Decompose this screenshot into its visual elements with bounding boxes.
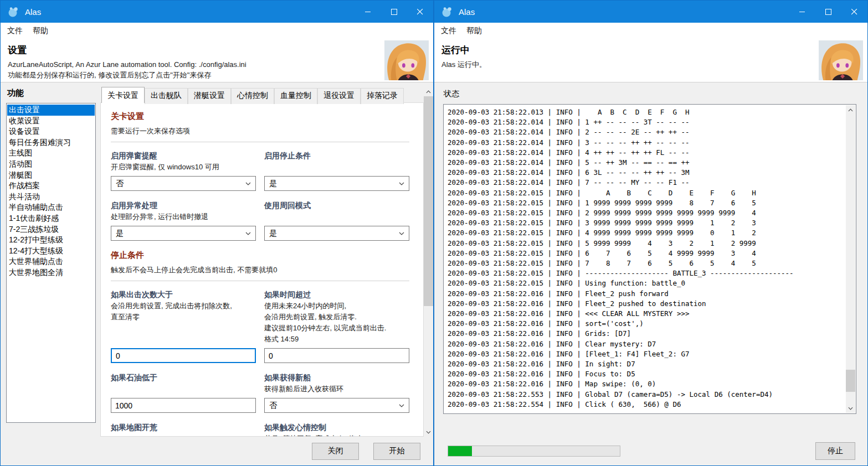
tab[interactable]: 心情控制 bbox=[231, 88, 274, 104]
minimize-button[interactable] bbox=[355, 1, 381, 23]
log-line: 2020-09-03 21:58:22.014 | INFO | 5 -- ++… bbox=[448, 158, 845, 168]
maximize-icon bbox=[391, 9, 397, 15]
start-button[interactable]: 开始 bbox=[373, 443, 420, 460]
menu-item[interactable]: 文件 bbox=[2, 24, 28, 38]
dropdown-value: 是 bbox=[269, 179, 277, 189]
text-input[interactable] bbox=[111, 398, 256, 413]
text-input[interactable] bbox=[111, 348, 256, 363]
sidebar-item[interactable]: 7-2三战拣垃圾 bbox=[7, 224, 95, 235]
titlebar[interactable]: Alas bbox=[434, 1, 867, 23]
sidebar-item[interactable]: 主线图 bbox=[7, 148, 95, 159]
sidebar-item[interactable]: 活动图 bbox=[7, 159, 95, 170]
log-line: 2020-09-03 21:58:22.016 | INFO | sort=('… bbox=[448, 319, 845, 329]
sidebar-item[interactable]: 收菜设置 bbox=[7, 116, 95, 127]
titlebar[interactable]: Alas bbox=[1, 1, 433, 23]
minimize-button[interactable] bbox=[789, 1, 815, 23]
sidebar-item[interactable]: 12-4打大型练级 bbox=[7, 246, 95, 257]
tab[interactable]: 潜艇设置 bbox=[188, 88, 231, 104]
menu-item[interactable]: 帮助 bbox=[28, 24, 53, 38]
sidebar-item[interactable]: 大世界辅助点击 bbox=[7, 256, 95, 267]
form-field: 如果石油低于 bbox=[111, 372, 256, 413]
dropdown[interactable]: 否 bbox=[111, 176, 256, 191]
scrollbar-thumb[interactable] bbox=[846, 370, 855, 392]
sidebar-item[interactable]: 设备设置 bbox=[7, 126, 95, 137]
close-app-button[interactable]: 关闭 bbox=[312, 443, 359, 460]
chevron-down-icon bbox=[245, 232, 251, 235]
log-line: 2020-09-03 21:58:22.016 | INFO | [Fleet_… bbox=[448, 349, 845, 359]
dropdown-value: 是 bbox=[116, 229, 124, 239]
field-description: 开启弹窗提醒, 仅 windows10 可用 bbox=[111, 162, 256, 173]
scroll-down-icon[interactable] bbox=[424, 427, 433, 437]
sidebar-item[interactable]: 半自动辅助点击 bbox=[7, 202, 95, 213]
menu-item[interactable]: 帮助 bbox=[461, 24, 487, 38]
scroll-down-icon[interactable] bbox=[846, 403, 855, 413]
tab[interactable]: 掉落记录 bbox=[361, 88, 404, 104]
tab[interactable]: 退役设置 bbox=[317, 88, 361, 104]
scrollbar-thumb[interactable] bbox=[424, 96, 433, 306]
log-line: 2020-09-03 21:58:22.013 | INFO | A B C D… bbox=[448, 107, 845, 117]
field-label: 如果地图开荒 bbox=[111, 422, 256, 433]
app-icon bbox=[441, 6, 453, 18]
stop-button[interactable]: 停止 bbox=[815, 442, 855, 460]
close-button[interactable] bbox=[407, 1, 433, 23]
sidebar-item[interactable]: 作战档案 bbox=[7, 180, 95, 191]
maximize-button[interactable] bbox=[381, 1, 407, 23]
field-label: 使用周回模式 bbox=[264, 200, 409, 211]
dropdown[interactable]: 是 bbox=[264, 226, 409, 241]
divider bbox=[111, 281, 409, 281]
minimize-icon bbox=[799, 9, 805, 15]
tab[interactable]: 出击舰队 bbox=[145, 88, 188, 104]
sidebar-item[interactable]: 1-1伏击刷好感 bbox=[7, 213, 95, 224]
sidebar-item[interactable]: 潜艇图 bbox=[7, 170, 95, 181]
sidebar-item[interactable]: 出击设置 bbox=[7, 105, 95, 116]
close-button[interactable] bbox=[841, 1, 867, 23]
maximize-button[interactable] bbox=[815, 1, 841, 23]
form-field: 启用停止条件是 bbox=[264, 150, 409, 191]
log-line: 2020-09-03 21:58:22.014 | INFO | 3 -- --… bbox=[448, 138, 845, 148]
field-label: 启用停止条件 bbox=[264, 150, 409, 162]
log-line: 2020-09-03 21:58:22.554 | INFO | Click (… bbox=[448, 400, 845, 410]
chevron-down-icon bbox=[399, 182, 404, 185]
form-field: 使用周回模式是 bbox=[264, 200, 409, 241]
field-label: 如果出击次数大于 bbox=[111, 289, 256, 301]
content-scrollbar[interactable] bbox=[424, 87, 433, 437]
field-description: 使用未来24小时内的时间, 会沿用先前设置, 触发后清零. 建议提前10分钟左右… bbox=[264, 301, 409, 345]
footer: 停止 bbox=[434, 437, 867, 465]
log-scrollbar[interactable] bbox=[846, 105, 855, 413]
dropdown[interactable]: 是 bbox=[264, 176, 409, 191]
app-header: 设置 AzurLaneAutoScript, An Azur Lane auto… bbox=[1, 39, 433, 82]
log-line: 2020-09-03 21:58:22.015 | INFO | A B C D… bbox=[448, 188, 845, 198]
scroll-up-icon[interactable] bbox=[846, 105, 855, 115]
log-line: 2020-09-03 21:58:22.016 | INFO | Fleet_2… bbox=[448, 289, 845, 299]
chevron-down-icon bbox=[399, 404, 404, 407]
text-input[interactable] bbox=[264, 348, 409, 363]
dropdown[interactable]: 否 bbox=[264, 398, 409, 413]
form-field: 如果出击次数大于会沿用先前设置, 完成出击将扣除次数, 直至清零 bbox=[111, 289, 256, 363]
menu-item[interactable]: 文件 bbox=[436, 24, 461, 38]
form-field: 启用弹窗提醒开启弹窗提醒, 仅 windows10 可用否 bbox=[111, 150, 256, 191]
chevron-down-icon bbox=[399, 182, 404, 185]
log-line: 2020-09-03 21:58:22.553 | INFO | Global … bbox=[448, 390, 845, 400]
header-description-2: 功能都是分别保存和运行的, 修改设置后别忘了点击"开始"来保存 bbox=[8, 70, 433, 80]
dropdown-value: 否 bbox=[116, 179, 124, 189]
sidebar-item[interactable]: 每日任务困难演习 bbox=[7, 137, 95, 148]
log-line: 2020-09-03 21:58:22.015 | INFO | 7 8 7 6… bbox=[448, 258, 845, 268]
tab[interactable]: 血量控制 bbox=[274, 88, 317, 104]
sidebar-item[interactable]: 大世界地图全清 bbox=[7, 267, 95, 278]
dropdown[interactable]: 是 bbox=[111, 226, 256, 241]
tab[interactable]: 关卡设置 bbox=[101, 87, 145, 103]
log-line: 2020-09-03 21:58:22.015 | INFO | 3 9999 … bbox=[448, 218, 845, 228]
log-line: 2020-09-03 21:58:22.014 | INFO | 4 ++ ++… bbox=[448, 148, 845, 158]
log-line: 2020-09-03 21:58:22.016 | INFO | <<< CLE… bbox=[448, 309, 845, 319]
form-field: 启用异常处理处理部分异常, 运行出错时撤退是 bbox=[111, 200, 256, 241]
chevron-down-icon bbox=[399, 232, 404, 235]
log-line: 2020-09-03 21:58:22.014 | INFO | 7 -- --… bbox=[448, 178, 845, 188]
field-description: 会沿用先前设置, 完成出击将扣除次数, 直至清零 bbox=[111, 301, 256, 323]
sidebar-item[interactable]: 共斗活动 bbox=[7, 191, 95, 203]
sidebar-item[interactable]: 12-2打中型练级 bbox=[7, 235, 95, 246]
settings-content: 关卡设置需要运行一次来保存选项启用弹窗提醒开启弹窗提醒, 仅 windows10… bbox=[100, 102, 424, 437]
status-label: 状态 bbox=[444, 89, 856, 99]
field-description: 若是, 等待回复, 完成本次, 停止 bbox=[264, 433, 409, 437]
log-line: 2020-09-03 21:58:22.015 | INFO | 1 9999 … bbox=[448, 198, 845, 208]
scroll-up-icon[interactable] bbox=[424, 87, 433, 96]
